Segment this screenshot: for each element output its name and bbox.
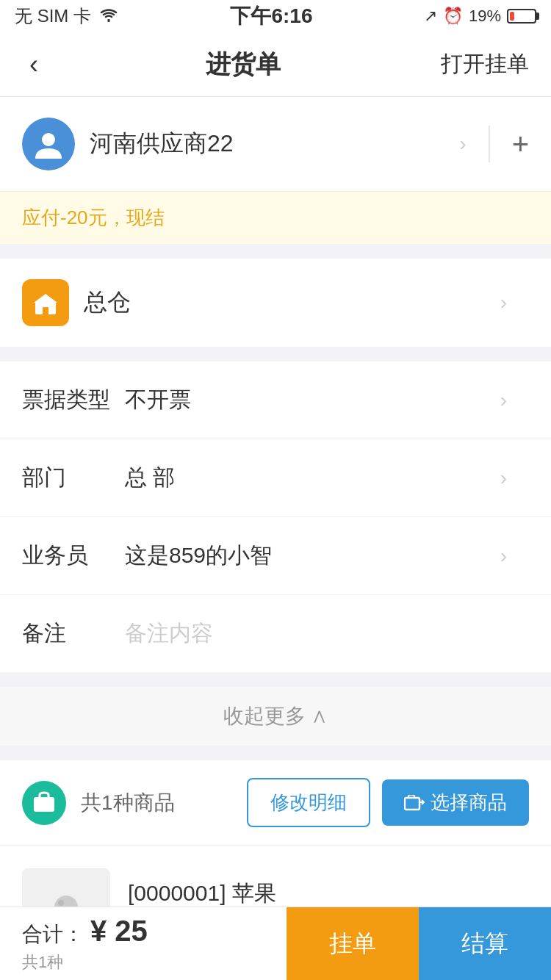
status-right: ↗ ⏰ 19% [424,7,536,26]
status-bar: 无 SIM 卡 下午6:16 ↗ ⏰ 19% [0,0,551,32]
total-label: 合计： [22,923,84,945]
collapse-bar[interactable]: 收起更多 ∧ [0,687,551,746]
department-row[interactable]: 部门 总 部 › [0,439,551,517]
bottom-bar: 合计： ¥ 25 共1种 挂单 结算 [0,907,551,980]
open-hang-button[interactable]: 打开挂单 [441,49,529,79]
svg-rect-5 [405,798,419,810]
products-header: 共1种商品 修改明细 选择商品 [0,760,551,845]
salesperson-label: 业务员 [22,541,125,571]
status-time: 下午6:16 [230,2,312,30]
total-amount: ¥ 25 [90,915,148,947]
warehouse-row[interactable]: 总仓 › [0,259,551,347]
checkout-button[interactable]: 结算 [419,907,551,981]
remark-input[interactable]: 备注内容 [125,619,529,649]
nav-title: 进货单 [206,48,281,82]
svg-point-0 [42,133,55,146]
supplier-notice: 应付-20元，现结 [0,192,551,244]
salesperson-row[interactable]: 业务员 这是859的小智 › [0,517,551,595]
total-count: 共1种 [22,951,264,973]
invoice-value: 不开票 [125,385,500,415]
wifi-icon [98,6,119,26]
supplier-avatar [22,118,75,170]
svg-rect-4 [34,797,54,812]
warehouse-name: 总仓 [84,287,500,319]
location-icon: ↗ [424,7,437,26]
nav-bar: ‹ 进货单 打开挂单 [0,32,551,97]
svg-rect-3 [43,307,48,314]
status-left: 无 SIM 卡 [15,4,119,28]
salesperson-chevron-icon: › [500,544,507,568]
supplier-section: 河南供应商22 › + 应付-20元，现结 [0,97,551,244]
warehouse-icon [22,279,69,326]
select-product-label: 选择商品 [431,790,507,815]
svg-point-7 [58,900,64,906]
invoice-row[interactable]: 票据类型 不开票 › [0,361,551,439]
add-supplier-button[interactable]: + [512,128,529,161]
carrier-text: 无 SIM 卡 [15,4,91,28]
salesperson-value: 这是859的小智 [125,541,500,571]
select-product-button[interactable]: 选择商品 [382,779,529,826]
products-icon [22,781,66,825]
battery-icon [507,9,536,24]
battery-percent: 19% [469,7,501,26]
department-chevron-icon: › [500,466,507,490]
alarm-icon: ⏰ [443,7,463,26]
supplier-chevron-icon: › [459,132,466,156]
supplier-divider [489,126,490,162]
supplier-name: 河南供应商22 [90,128,459,160]
department-label: 部门 [22,463,125,493]
invoice-label: 票据类型 [22,385,125,415]
product-name: [0000001] 苹果 [128,879,494,909]
svg-marker-2 [34,294,57,303]
supplier-row[interactable]: 河南供应商22 › + [0,97,551,192]
products-count: 共1种商品 [81,789,247,817]
invoice-chevron-icon: › [500,389,507,412]
warehouse-chevron-icon: › [500,291,507,314]
remark-row[interactable]: 备注 备注内容 [0,595,551,672]
form-section: 票据类型 不开票 › 部门 总 部 › 业务员 这是859的小智 › 备注 备注… [0,361,551,672]
hang-button[interactable]: 挂单 [287,907,419,981]
department-value: 总 部 [125,463,500,493]
edit-detail-button[interactable]: 修改明细 [247,778,370,827]
remark-label: 备注 [22,619,125,649]
total-area: 合计： ¥ 25 共1种 [0,915,287,973]
back-button[interactable]: ‹ [22,42,46,87]
